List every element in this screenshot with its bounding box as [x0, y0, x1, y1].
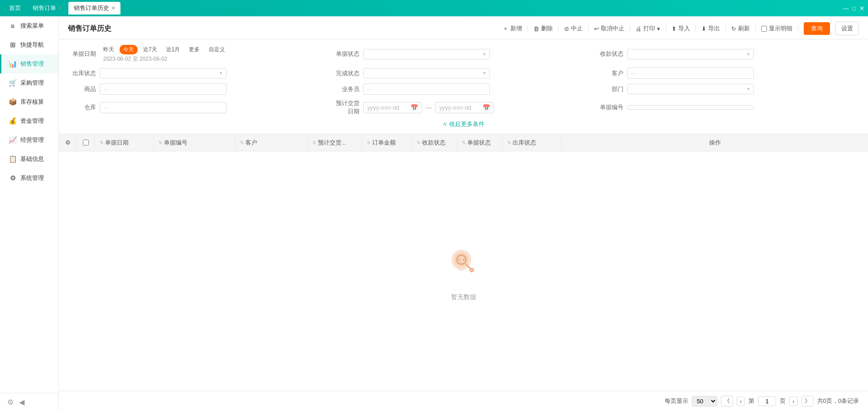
sidebar-item-basics[interactable]: 📋 基础信息: [0, 150, 58, 169]
filter-customer: 客户 ···: [595, 68, 859, 79]
order-status-label: 单据状态: [331, 50, 363, 58]
display-toggle[interactable]: 显示明细: [761, 24, 792, 33]
th-operation: 操作: [561, 135, 868, 150]
filter-complete-status: 完成状态 ▾: [331, 68, 595, 78]
prev-page-button[interactable]: ‹: [737, 396, 745, 406]
stop-label: 中止: [571, 24, 583, 33]
th-customer[interactable]: ⇅ 客户: [235, 135, 308, 150]
next-page-button[interactable]: ›: [789, 396, 797, 406]
date-tab-today[interactable]: 今天: [120, 45, 138, 54]
total-info: 共0页，0条记录: [817, 397, 859, 405]
order-status-select[interactable]: ▾: [363, 49, 490, 59]
tab-sales-order-close[interactable]: ×: [59, 5, 62, 11]
settings-button[interactable]: 设置: [835, 22, 859, 35]
select-all-checkbox[interactable]: [83, 140, 89, 145]
date-tab-more[interactable]: 更多: [185, 45, 203, 54]
import-label: 导入: [678, 24, 690, 33]
refresh-button[interactable]: ↻ 刷新: [731, 24, 750, 33]
sidebar: ≡ 搜索菜单 ⊞ 快捷导航 📊 销售管理 🛒 采购管理 📦 库存核算 💰 资金管…: [0, 16, 59, 411]
stop-button[interactable]: ⊘ 中止: [564, 24, 583, 33]
th-amount[interactable]: ⇅ 订单金额: [362, 135, 412, 150]
display-toggle-checkbox[interactable]: [761, 26, 767, 32]
cancel-stop-button[interactable]: ↩ 取消中止: [594, 24, 624, 33]
order-no-input[interactable]: [627, 105, 754, 110]
tab-sales-order-history-close[interactable]: ×: [112, 5, 115, 11]
last-page-button[interactable]: 》: [801, 396, 814, 406]
th-delivery-label: 预计交货...: [318, 139, 346, 147]
toolbar: ＋ 新增 🗑 删除 ⊘ 中止 ↩ 取消中止: [503, 22, 859, 35]
print-icon: 🖨: [636, 25, 642, 32]
sidebar-item-operations[interactable]: 📈 经营管理: [0, 131, 58, 150]
warehouse-input[interactable]: ···: [100, 102, 226, 113]
date-tabs: 昨天 今天 近7天 近1月 更多 自定义: [100, 45, 229, 54]
inventory-icon: 📦: [9, 98, 17, 106]
delivery-date-start[interactable]: yyyy-mm-dd 📅: [363, 102, 422, 113]
sidebar-item-purchase[interactable]: 🛒 采购管理: [0, 73, 58, 92]
th-order-no[interactable]: ⇅ 单据编号: [154, 135, 235, 150]
export-button[interactable]: ⬇ 导出: [701, 24, 720, 33]
th-amount-sort-icon: ⇅: [367, 140, 370, 145]
th-out-sort-icon: ⇅: [507, 140, 511, 145]
th-settings[interactable]: ⚙: [59, 135, 77, 150]
delete-button[interactable]: 🗑 删除: [533, 24, 553, 33]
out-status-select[interactable]: ▾: [100, 68, 226, 78]
page-label-after: 页: [780, 397, 786, 405]
tab-home[interactable]: 首页: [4, 2, 26, 15]
th-out-status[interactable]: ⇅ 出库状态: [503, 135, 561, 150]
collapse-button[interactable]: ∧ 收起更多条件: [68, 120, 859, 128]
customer-input[interactable]: ···: [627, 68, 754, 79]
date-tab-1month[interactable]: 近1月: [163, 45, 184, 54]
delivery-date-end[interactable]: yyyy-mm-dd 📅: [435, 102, 494, 113]
delivery-date-start-text: yyyy-mm-dd: [367, 104, 399, 111]
filter-product: 商品 ···: [68, 83, 331, 95]
date-tab-yesterday[interactable]: 昨天: [100, 45, 118, 54]
query-button[interactable]: 查询: [804, 22, 830, 35]
th-date[interactable]: ⇅ 单据日期: [95, 135, 154, 150]
receipt-status-select[interactable]: ▾: [627, 49, 754, 59]
department-arrow: ▾: [747, 86, 750, 92]
th-receipt-status[interactable]: ⇅ 收款状态: [412, 135, 457, 150]
date-tab-custom[interactable]: 自定义: [205, 45, 229, 54]
import-icon: ⬆: [671, 25, 676, 32]
sidebar-item-finance[interactable]: 💰 资金管理: [0, 111, 58, 131]
customer-dots: ···: [631, 70, 636, 77]
sidebar-item-quick-nav[interactable]: ⊞ 快捷导航: [0, 35, 58, 54]
th-check[interactable]: [77, 136, 95, 149]
close-btn[interactable]: ✕: [859, 5, 864, 12]
sidebar-item-search[interactable]: ≡ 搜索菜单: [0, 16, 58, 35]
th-date-sort-icon: ⇅: [100, 140, 103, 145]
tab-sales-order[interactable]: 销售订单 ×: [27, 2, 67, 15]
print-button[interactable]: 🖨 打印 ▾: [636, 24, 660, 33]
salesperson-input[interactable]: ···: [363, 83, 490, 95]
sidebar-item-sales-label: 销售管理: [20, 60, 44, 68]
complete-status-select[interactable]: ▾: [363, 68, 490, 78]
empty-svg: [441, 241, 486, 286]
filter-row-3: 商品 ··· 业务员 ··· 部门 ▾: [68, 83, 859, 95]
filter-out-status: 出库状态 ▾: [68, 68, 331, 78]
th-order-status[interactable]: ⇅ 单据状态: [457, 135, 503, 150]
minimize-btn[interactable]: —: [843, 5, 849, 12]
sidebar-item-inventory[interactable]: 📦 库存核算: [0, 92, 58, 111]
th-delivery[interactable]: ⇅ 预计交货...: [308, 135, 362, 150]
sidebar-bottom: ⚙ ◀: [0, 393, 58, 411]
sidebar-item-inventory-label: 库存核算: [20, 98, 44, 106]
import-button[interactable]: ⬆ 导入: [671, 24, 690, 33]
sidebar-collapse-icon[interactable]: ◀: [19, 398, 24, 406]
date-tab-7days[interactable]: 近7天: [139, 45, 161, 54]
filter-delivery-date: 预计交货日期 yyyy-mm-dd 📅 — yyyy-mm-dd 📅: [331, 99, 595, 116]
maximize-btn[interactable]: □: [852, 5, 856, 12]
tab-sales-order-history[interactable]: 销售订单历史 ×: [68, 2, 120, 15]
calendar-end-icon: 📅: [483, 104, 490, 111]
finance-icon: 💰: [9, 117, 17, 125]
print-label: 打印: [643, 24, 655, 33]
sidebar-settings-icon[interactable]: ⚙: [7, 398, 14, 406]
sidebar-item-sales[interactable]: 📊 销售管理: [0, 54, 58, 73]
department-select[interactable]: ▾: [627, 84, 754, 94]
per-page-select[interactable]: 50 10 20 100: [692, 396, 717, 406]
complete-status-arrow: ▾: [483, 70, 486, 76]
page-input[interactable]: [758, 396, 776, 406]
first-page-button[interactable]: 《: [721, 396, 733, 406]
new-button[interactable]: ＋ 新增: [503, 24, 522, 33]
product-input[interactable]: ···: [100, 83, 226, 95]
sidebar-item-system[interactable]: ⚙ 系统管理: [0, 169, 58, 188]
